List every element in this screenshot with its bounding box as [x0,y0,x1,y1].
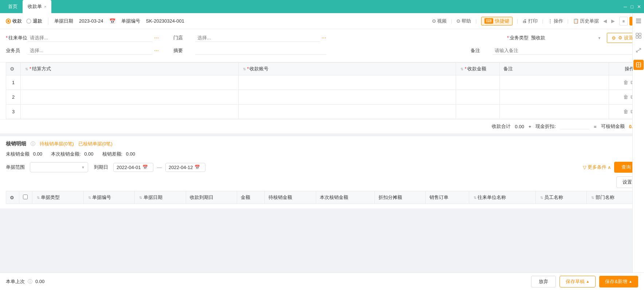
range-label: 单据范围 [6,164,25,171]
delete-row-1-icon[interactable]: 🗑 [623,79,628,86]
radio-receipt[interactable]: 收款 [6,18,22,24]
settings-gear-bottom[interactable]: ⚙ [10,195,14,200]
delete-row-2-icon[interactable]: 🗑 [623,94,628,100]
tab-active[interactable]: 收款单 × [23,0,51,13]
calendar-icon[interactable]: 📅 [109,18,115,24]
counterpart-input[interactable] [28,34,153,42]
divider3: | [475,18,476,24]
svg-line-7 [639,48,641,51]
current-label: 本次核销金额: 0.00 [51,151,94,157]
sidebar-icon-4[interactable] [633,60,644,70]
salesperson-input[interactable] [28,47,153,55]
th-checkbox[interactable]: ⚙ [6,191,19,204]
help-btn[interactable]: ⊙ 帮助 [456,18,471,24]
next-nav[interactable]: ▶ [611,18,615,24]
settlement-cell-3[interactable] [21,105,239,119]
more-conditions-btn[interactable]: ▽ 更多条件 ∧ [583,164,611,171]
shortcut-btn[interactable]: ⌨ 快捷键 [481,17,513,26]
remark-input[interactable] [492,47,638,55]
minimize-icon[interactable]: ─ [624,4,627,9]
form-section: 往来单位 ··· 门店 ··· 业务类型 预收款 ▼ ⚙ ⚙ 设置 [0,29,644,62]
tab-home[interactable]: 首页 [3,0,23,13]
amount-cell-2[interactable] [456,90,500,105]
abandon-button[interactable]: 放弃 [531,276,556,287]
nuclear-table: ⚙ ⇅ 单据类型 ⇅ 单据编号 ⇅ 单据日期 [6,191,638,204]
table-row: 2 🗑 ⧉ [6,90,638,105]
sidebar-icon-2[interactable] [633,31,644,41]
counterpart-more-icon[interactable]: ··· [154,35,159,41]
close-icon[interactable]: ✕ [637,4,641,9]
due-date-to[interactable]: 2022-04-12 📅 [165,163,205,172]
radio-refund[interactable]: 退款 [26,18,42,24]
account-cell-3[interactable] [238,105,456,119]
sidebar-icon-1[interactable] [633,16,644,26]
amount-cell-1[interactable] [456,75,500,90]
salesperson-more-icon[interactable]: ··· [154,47,159,54]
remark-cell-3[interactable] [500,105,609,119]
radio-receipt-label: 收款 [12,18,22,24]
nuclear-title: 核销明细 [6,141,26,147]
prev-info-icon[interactable]: ⓘ [28,278,32,285]
summary-input[interactable] [195,47,326,55]
table-row: 1 🗑 ⧉ [6,75,638,90]
tab-active-label: 收款单 [28,0,42,13]
settlement-cell-1[interactable] [21,75,239,90]
history-btn[interactable]: 📋 历史单据 [573,18,599,24]
receipt-table: ⚙ ⇅ 结算方式 ⇅ 收款账号 ⇅ 收款金额 备注 [6,62,638,119]
divider6: | [568,18,569,24]
save-draft-arrow[interactable]: ▲ [586,279,590,283]
nuclear-header: 核销明细 ⓘ 待核销单据(0笔) 已核销单据(0笔) [6,141,638,147]
range-select[interactable]: ▼ [30,162,88,172]
done-tab[interactable]: 已核销单据(0笔) [78,141,113,147]
window-controls: ─ □ ✕ [624,4,641,9]
account-cell-2[interactable] [238,90,456,105]
plus-sign: + [529,124,531,129]
th-checkbox-select[interactable] [19,191,32,204]
th-settings[interactable]: ⚙ [6,63,21,75]
nuclear-info-icon[interactable]: ⓘ [31,141,35,147]
calendar-from-icon[interactable]: 📅 [142,165,148,170]
th-due-date: 收款到期日 [186,191,237,204]
due-date-from[interactable]: 2022-04-01 📅 [113,163,153,172]
th-sales-order: 销售订单 [425,191,469,204]
remark-field: 备注 [471,47,638,55]
range-field: 单据范围 ▼ [6,162,88,172]
section-divider [0,133,644,136]
business-type-label: 业务类型 [507,35,529,41]
operations-btn[interactable]: ⋮ 操作 [548,18,563,24]
tab-bar: 首页 收款单 × ─ □ ✕ [0,0,644,13]
select-all-checkbox[interactable] [23,195,28,199]
store-input[interactable] [195,34,320,42]
nuclear-stats: 未核销金额 0.00 本次核销金额: 0.00 核销差额: 0.00 [6,151,638,157]
amount-cell-3[interactable] [456,105,500,119]
table-row: 3 🗑 ⧉ [6,105,638,119]
table-settings-icon[interactable]: ⚙ [10,66,15,72]
list-view-btn[interactable]: ≡ [619,17,628,26]
account-cell-1[interactable] [238,75,456,90]
delete-row-3-icon[interactable]: 🗑 [623,109,628,115]
store-more-icon[interactable]: ··· [322,35,326,41]
print-btn[interactable]: 🖨 打印 [522,18,538,24]
th-dept: ⇅ 部门名称 [587,191,638,204]
remark-cell-1[interactable] [500,75,609,90]
svg-line-8 [636,50,639,52]
discount-input[interactable] [560,124,589,129]
th-amount: 金额 [237,191,265,204]
settlement-cell-2[interactable] [21,90,239,105]
business-type-arrow[interactable]: ▼ [597,36,601,40]
tab-close-icon[interactable]: × [44,0,46,13]
filter-right: ▽ 更多条件 ∧ 查询 [583,162,638,173]
save-draft-button[interactable]: 保存草稿 ▲ [559,276,596,287]
maximize-icon[interactable]: □ [631,4,633,9]
save-new-button[interactable]: 保存&新增 ▲ [599,276,638,287]
save-new-arrow[interactable]: ▲ [629,279,632,283]
sidebar-icon-3[interactable] [633,45,644,55]
calendar-to-icon[interactable]: 📅 [195,165,200,170]
pending-tab[interactable]: 待核销单据(0笔) [40,141,74,147]
row-num-3: 3 [6,105,21,119]
total-value: 0.00 [515,124,524,129]
prev-nav[interactable]: ◀ [603,18,607,24]
video-btn[interactable]: ⊙ 视频 [432,18,447,24]
remark-cell-2[interactable] [500,90,609,105]
due-date-label: 到期日 [94,164,108,171]
